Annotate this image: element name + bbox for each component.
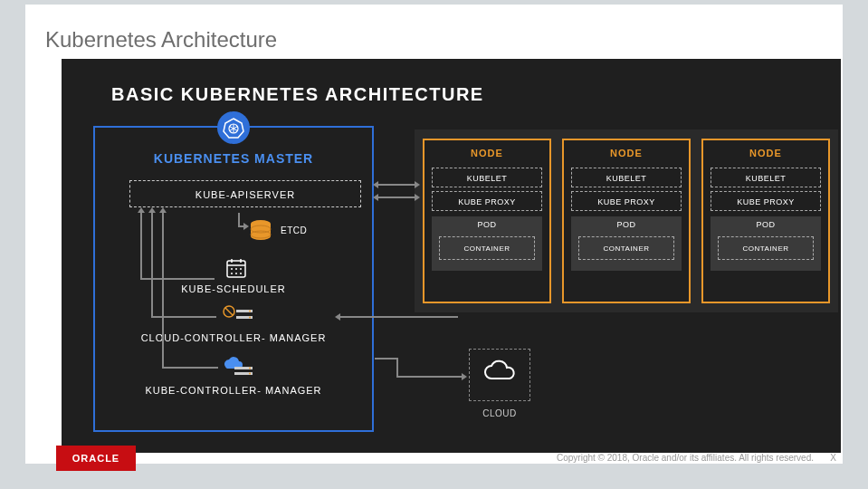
svg-point-23 (249, 317, 251, 319)
slide-title: Kubernetes Architecture (45, 27, 277, 53)
svg-line-19 (225, 308, 233, 315)
arrow-line (378, 197, 416, 198)
container-box: CONTAINER (718, 236, 814, 260)
arrow-line (396, 358, 398, 378)
pod-title: POD (571, 220, 682, 229)
arrow-head-icon (138, 207, 145, 213)
oracle-logo: ORACLE (56, 446, 136, 471)
pod-box: POD CONTAINER (432, 216, 542, 271)
arrow-head-icon (415, 194, 420, 201)
cloud-label: CLOUD (469, 408, 530, 418)
pod-box: POD CONTAINER (711, 216, 821, 271)
pod-box: POD CONTAINER (571, 216, 682, 271)
node-title: NODE (424, 148, 549, 158)
node-box: NODE KUBELET KUBE PROXY POD CONTAINER (423, 139, 551, 303)
cloud-controller-manager-label: CLOUD-CONTROLLER- MANAGER (95, 332, 372, 343)
master-title: KUBERNETES MASTER (95, 151, 372, 166)
arrow-line (340, 316, 458, 318)
pod-title: POD (711, 220, 821, 229)
arrow-line (142, 278, 215, 280)
kubernetes-logo-icon (217, 111, 250, 144)
kubelet-box: KUBELET (432, 168, 542, 187)
svg-point-12 (231, 268, 233, 270)
arrow-head-icon (243, 223, 249, 230)
arrow-line (375, 358, 398, 360)
kube-controller-icon (222, 354, 254, 378)
kube-apiserver-box: KUBE-APISERVER (129, 180, 361, 207)
arrow-line (151, 213, 153, 318)
svg-point-22 (249, 311, 251, 312)
container-box: CONTAINER (578, 236, 674, 260)
slide-number: X (830, 453, 836, 463)
arrow-head-icon (373, 194, 378, 201)
cloud-box (469, 349, 530, 401)
svg-point-17 (240, 273, 242, 274)
svg-point-16 (235, 273, 237, 274)
svg-point-27 (249, 373, 251, 375)
svg-point-14 (240, 268, 242, 270)
svg-point-15 (231, 273, 233, 274)
arrow-head-icon (373, 181, 378, 188)
node-title: NODE (564, 148, 689, 158)
pod-title: POD (432, 220, 542, 229)
kubelet-box: KUBELET (571, 168, 682, 187)
kube-proxy-box: KUBE PROXY (432, 191, 542, 211)
kube-proxy-box: KUBE PROXY (711, 191, 821, 211)
arrow-line (162, 213, 164, 369)
kube-scheduler-label: KUBE-SCHEDULER (95, 283, 372, 294)
arrow-line (396, 376, 463, 378)
etcd-icon (249, 218, 272, 244)
cloud-icon (482, 357, 519, 384)
arrow-line (378, 184, 416, 186)
arrow-head-icon (335, 313, 340, 321)
arrow-head-icon (148, 207, 156, 213)
arrow-head-icon (159, 207, 167, 213)
kubelet-box: KUBELET (711, 168, 821, 187)
copyright-text: Copyright © 2018, Oracle and/or its affi… (557, 453, 814, 463)
node-box: NODE KUBELET KUBE PROXY POD CONTAINER (562, 139, 691, 303)
kubernetes-master-box: KUBERNETES MASTER KUBE-APISERVER ETCD KU… (93, 126, 374, 432)
arrow-line (140, 213, 142, 280)
diagram-panel: BASIC KUBERNETES ARCHITECTURE KUBERNETES… (62, 59, 841, 453)
etcd-label: ETCD (281, 225, 307, 235)
arrow-head-icon (415, 181, 420, 188)
node-title: NODE (703, 148, 828, 158)
kube-controller-manager-label: KUBE-CONTROLLER- MANAGER (95, 385, 372, 396)
panel-title: BASIC KUBERNETES ARCHITECTURE (111, 84, 484, 105)
arrow-head-icon (462, 373, 467, 380)
cloud-controller-icon (222, 304, 254, 326)
calendar-icon (225, 257, 247, 279)
container-box: CONTAINER (439, 236, 535, 260)
node-box: NODE KUBELET KUBE PROXY POD CONTAINER (701, 139, 830, 303)
svg-point-26 (249, 368, 251, 369)
slide-page: Kubernetes Architecture BASIC KUBERNETES… (25, 5, 843, 464)
kube-proxy-box: KUBE PROXY (571, 191, 682, 211)
svg-point-13 (235, 268, 237, 270)
arrow-line (164, 367, 218, 369)
